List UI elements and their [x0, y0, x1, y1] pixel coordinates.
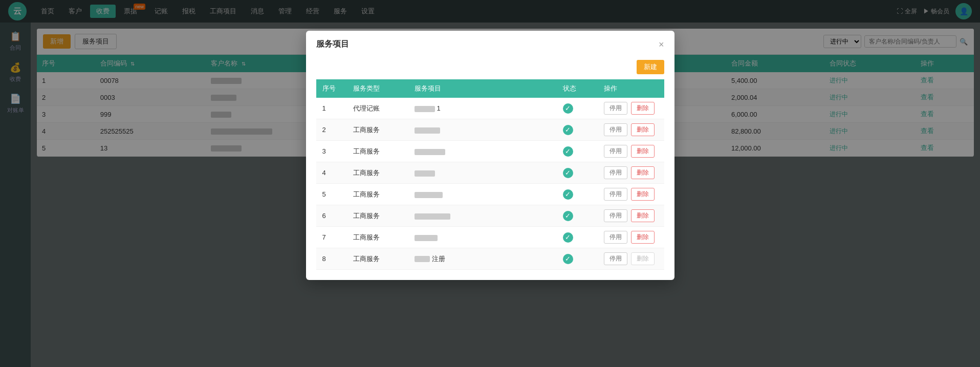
modal-cell-status: ✓ [557, 248, 598, 270]
list-item: 2 工商服务 ✓ 停用 删除 [316, 119, 664, 141]
status-check-icon: ✓ [563, 146, 573, 157]
status-check-icon: ✓ [563, 168, 573, 178]
modal-cell-seq: 4 [316, 162, 347, 184]
status-check-icon: ✓ [563, 125, 573, 135]
list-item: 7 工商服务 ✓ 停用 删除 [316, 227, 664, 248]
modal-col-item: 服务项目 [408, 79, 557, 98]
modal-cell-status: ✓ [557, 141, 598, 162]
delete-button[interactable]: 删除 [631, 188, 655, 201]
modal-col-seq: 序号 [316, 79, 347, 98]
modal-cell-seq: 1 [316, 98, 347, 119]
modal-cell-item: 1 [408, 98, 557, 119]
delete-button[interactable]: 删除 [631, 166, 655, 179]
modal-cell-item [408, 205, 557, 227]
modal-cell-type: 工商服务 [347, 184, 408, 205]
stop-button[interactable]: 停用 [604, 252, 627, 265]
modal-body: 序号 服务类型 服务项目 状态 操作 1 代理记账 1 ✓ 停用 删除 2 工商… [306, 79, 674, 280]
delete-button[interactable]: 删除 [631, 123, 655, 136]
modal-col-type: 服务类型 [347, 79, 408, 98]
status-check-icon: ✓ [563, 103, 573, 114]
modal-cell-item [408, 184, 557, 205]
list-item: 5 工商服务 ✓ 停用 删除 [316, 184, 664, 205]
status-check-icon: ✓ [563, 189, 573, 200]
stop-button[interactable]: 停用 [604, 209, 627, 222]
modal-cell-action[interactable]: 停用 删除 [598, 184, 664, 205]
modal-overlay: 服务项目 × 新建 序号 服务类型 服务项目 状态 操作 1 代理记账 [0, 0, 980, 367]
modal-cell-action[interactable]: 停用 删除 [598, 248, 664, 270]
modal-cell-item [408, 227, 557, 248]
list-item: 1 代理记账 1 ✓ 停用 删除 [316, 98, 664, 119]
delete-button[interactable]: 删除 [631, 252, 655, 265]
modal-cell-status: ✓ [557, 184, 598, 205]
delete-button[interactable]: 删除 [631, 231, 655, 244]
list-item: 8 工商服务 注册 ✓ 停用 删除 [316, 248, 664, 270]
list-item: 3 工商服务 ✓ 停用 删除 [316, 141, 664, 162]
modal-cell-type: 工商服务 [347, 119, 408, 141]
modal-cell-type: 工商服务 [347, 248, 408, 270]
modal-cell-item [408, 119, 557, 141]
stop-button[interactable]: 停用 [604, 145, 627, 158]
modal-cell-item [408, 162, 557, 184]
list-item: 4 工商服务 ✓ 停用 删除 [316, 162, 664, 184]
modal-cell-seq: 3 [316, 141, 347, 162]
modal-toolbar: 新建 [306, 56, 674, 79]
modal-cell-seq: 2 [316, 119, 347, 141]
modal-cell-action[interactable]: 停用 删除 [598, 205, 664, 227]
modal-cell-status: ✓ [557, 162, 598, 184]
stop-button[interactable]: 停用 [604, 188, 627, 201]
stop-button[interactable]: 停用 [604, 166, 627, 179]
modal-col-action: 操作 [598, 79, 664, 98]
modal-cell-status: ✓ [557, 205, 598, 227]
modal-title: 服务项目 [316, 39, 349, 50]
delete-button[interactable]: 删除 [631, 209, 655, 222]
modal-cell-action[interactable]: 停用 删除 [598, 119, 664, 141]
service-items-table: 序号 服务类型 服务项目 状态 操作 1 代理记账 1 ✓ 停用 删除 2 工商… [316, 79, 664, 270]
modal-col-status: 状态 [557, 79, 598, 98]
modal-cell-action[interactable]: 停用 删除 [598, 98, 664, 119]
stop-button[interactable]: 停用 [604, 123, 627, 136]
modal-new-button[interactable]: 新建 [637, 60, 664, 74]
modal-cell-action[interactable]: 停用 删除 [598, 141, 664, 162]
modal-cell-action[interactable]: 停用 删除 [598, 162, 664, 184]
modal-cell-type: 工商服务 [347, 227, 408, 248]
modal-cell-item [408, 141, 557, 162]
modal-cell-type: 代理记账 [347, 98, 408, 119]
modal-cell-status: ✓ [557, 227, 598, 248]
modal-cell-status: ✓ [557, 98, 598, 119]
modal-cell-type: 工商服务 [347, 205, 408, 227]
modal-cell-seq: 7 [316, 227, 347, 248]
list-item: 6 工商服务 ✓ 停用 删除 [316, 205, 664, 227]
stop-button[interactable]: 停用 [604, 231, 627, 244]
modal-cell-seq: 5 [316, 184, 347, 205]
modal-cell-type: 工商服务 [347, 162, 408, 184]
modal-cell-action[interactable]: 停用 删除 [598, 227, 664, 248]
delete-button[interactable]: 删除 [631, 145, 655, 158]
service-items-modal: 服务项目 × 新建 序号 服务类型 服务项目 状态 操作 1 代理记账 [306, 31, 674, 280]
status-check-icon: ✓ [563, 232, 573, 243]
modal-cell-status: ✓ [557, 119, 598, 141]
stop-button[interactable]: 停用 [604, 102, 627, 115]
delete-button[interactable]: 删除 [631, 102, 655, 115]
modal-close-button[interactable]: × [659, 40, 664, 49]
status-check-icon: ✓ [563, 254, 573, 264]
modal-header: 服务项目 × [306, 31, 674, 56]
modal-cell-item: 注册 [408, 248, 557, 270]
modal-cell-type: 工商服务 [347, 141, 408, 162]
modal-cell-seq: 8 [316, 248, 347, 270]
modal-cell-seq: 6 [316, 205, 347, 227]
status-check-icon: ✓ [563, 211, 573, 221]
